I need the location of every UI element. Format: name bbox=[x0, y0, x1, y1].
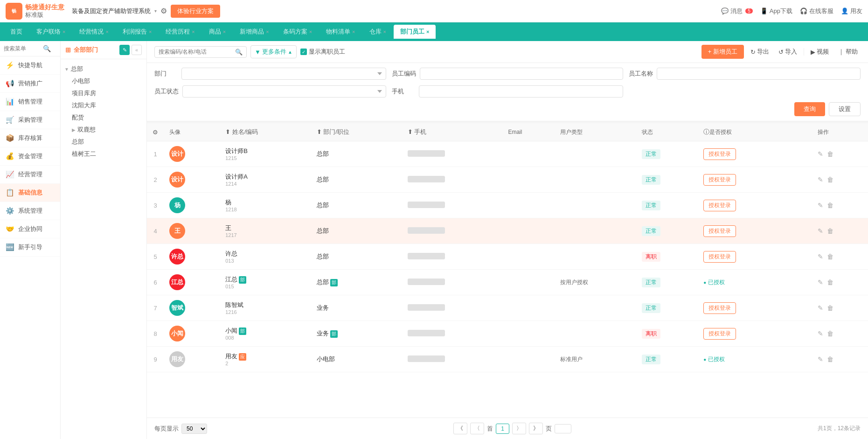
sidebar-item-collab[interactable]: 🤝企业协同 bbox=[0, 220, 60, 238]
dept-all-label[interactable]: ⊞ 全部部门 bbox=[65, 46, 98, 54]
dept-item-zongbu[interactable]: 总部 bbox=[64, 136, 143, 148]
show-resign-toggle[interactable]: ✓ 显示离职员工 bbox=[300, 48, 345, 56]
close-icon[interactable]: × bbox=[383, 29, 386, 35]
edit-icon[interactable]: ✎ bbox=[818, 355, 823, 363]
sidebar-item-quick-nav[interactable]: ⚡快捷导航 bbox=[0, 56, 60, 75]
filter-phone-input[interactable] bbox=[419, 85, 624, 98]
tab-goods[interactable]: 商品× bbox=[202, 25, 232, 39]
tab-profit[interactable]: 利润报告× bbox=[116, 25, 158, 39]
edit-icon[interactable]: ✎ bbox=[818, 330, 823, 337]
per-page-select[interactable]: 50 100 200 bbox=[181, 424, 207, 434]
edit-icon[interactable]: ✎ bbox=[818, 150, 823, 158]
dept-edit-btn[interactable]: ✎ bbox=[119, 45, 130, 55]
auth-login-button[interactable]: 授权登录 bbox=[703, 225, 736, 237]
tab-history[interactable]: 经营历程× bbox=[159, 25, 201, 39]
dept-item-shenyang[interactable]: 沈阳大库 bbox=[64, 99, 143, 111]
sidebar-item-system[interactable]: ⚙️系统管理 bbox=[0, 202, 60, 220]
auth-login-button[interactable]: 授权登录 bbox=[703, 251, 736, 263]
close-icon[interactable]: × bbox=[309, 29, 312, 35]
app-download-button[interactable]: 📱 App下载 bbox=[760, 7, 792, 15]
set-button[interactable]: 设置 bbox=[829, 102, 861, 116]
prev-page-button[interactable]: 〈 bbox=[470, 423, 484, 434]
dept-item-shuanglu[interactable]: ▶ 双鹿想 bbox=[64, 124, 143, 136]
sys-dropdown-arrow[interactable]: ▾ bbox=[154, 8, 157, 14]
sidebar-item-guide[interactable]: 🆕新手引导 bbox=[0, 238, 60, 257]
close-icon[interactable]: × bbox=[352, 29, 355, 35]
edit-icon[interactable]: ✎ bbox=[818, 304, 823, 312]
tab-employees[interactable]: 部门员工× bbox=[394, 25, 436, 39]
delete-icon[interactable]: 🗑 bbox=[827, 304, 833, 312]
auth-login-button[interactable]: 授权登录 bbox=[703, 174, 736, 186]
delete-icon[interactable]: 🗑 bbox=[827, 355, 833, 363]
last-page-button[interactable]: 》 bbox=[529, 423, 543, 434]
message-button[interactable]: 💬 消息 5 bbox=[721, 7, 753, 15]
edit-icon[interactable]: ✎ bbox=[818, 202, 823, 209]
dept-collapse-btn[interactable]: « bbox=[132, 45, 142, 55]
col-name-code[interactable]: ⬆ 姓名/编码 bbox=[220, 123, 311, 141]
dept-item-peihuo[interactable]: 配货 bbox=[64, 111, 143, 124]
delete-icon[interactable]: 🗑 bbox=[827, 150, 833, 158]
user-avatar[interactable]: 👤 用友 bbox=[841, 7, 862, 15]
tab-warehouse[interactable]: 仓库× bbox=[363, 25, 393, 39]
delete-icon[interactable]: 🗑 bbox=[827, 176, 833, 183]
gear-icon[interactable]: ⚙ bbox=[160, 7, 167, 15]
col-settings[interactable]: ⚙ bbox=[147, 123, 164, 141]
tab-bom[interactable]: 物料清单× bbox=[319, 25, 361, 39]
filter-emp-status-select[interactable] bbox=[182, 85, 386, 98]
filter-emp-code-input[interactable] bbox=[420, 68, 624, 80]
dept-item-root[interactable]: ▼ 总部 bbox=[64, 63, 143, 75]
tab-home[interactable]: 首页 bbox=[4, 25, 29, 39]
filter-emp-name-input[interactable] bbox=[657, 68, 861, 80]
delete-icon[interactable]: 🗑 bbox=[827, 227, 833, 235]
auth-login-button[interactable]: 授权登录 bbox=[703, 200, 736, 211]
sidebar-item-purchase[interactable]: 🛒采购管理 bbox=[0, 111, 60, 129]
more-filter-button[interactable]: ▼ 更多条件 ▲ bbox=[250, 45, 297, 58]
tab-customer[interactable]: 客户联络× bbox=[30, 25, 72, 39]
close-icon[interactable]: × bbox=[192, 29, 194, 35]
delete-icon[interactable]: 🗑 bbox=[827, 330, 833, 337]
sidebar-item-marketing[interactable]: 📢营销推广 bbox=[0, 75, 60, 93]
add-employee-button[interactable]: + 新增员工 bbox=[701, 45, 744, 59]
delete-icon[interactable]: 🗑 bbox=[827, 279, 833, 286]
edit-icon[interactable]: ✎ bbox=[818, 253, 823, 260]
delete-icon[interactable]: 🗑 bbox=[827, 202, 833, 209]
edit-icon[interactable]: ✎ bbox=[818, 279, 823, 286]
help-button[interactable]: ｜ 帮助 bbox=[835, 46, 861, 58]
sidebar-item-sales[interactable]: 📊销售管理 bbox=[0, 93, 60, 111]
auth-login-button[interactable]: 授权登录 bbox=[703, 302, 736, 314]
auth-login-button[interactable]: 授权登录 bbox=[703, 148, 736, 160]
delete-icon[interactable]: 🗑 bbox=[827, 253, 833, 260]
query-button[interactable]: 查询 bbox=[794, 102, 825, 116]
page-input[interactable] bbox=[555, 424, 571, 433]
online-service-button[interactable]: 🎧 在线客服 bbox=[800, 7, 833, 15]
dept-item-zhishu[interactable]: 植树王二 bbox=[64, 148, 143, 160]
edit-icon[interactable]: ✎ bbox=[818, 227, 823, 235]
dept-item-projroom[interactable]: 项目库房 bbox=[64, 87, 143, 99]
sidebar-item-inventory[interactable]: 📦库存核算 bbox=[0, 129, 60, 147]
col-phone[interactable]: ⬆ 手机 bbox=[402, 123, 503, 141]
edit-icon[interactable]: ✎ bbox=[818, 176, 823, 183]
col-dept-pos[interactable]: ⬆ 部门/职位 bbox=[311, 123, 402, 141]
sidebar-item-operation-mgmt[interactable]: 📈经营管理 bbox=[0, 166, 60, 184]
close-icon[interactable]: × bbox=[62, 29, 65, 35]
sidebar-search-box[interactable]: 🔍 bbox=[0, 41, 60, 56]
close-icon[interactable]: × bbox=[105, 29, 108, 35]
tab-add-goods[interactable]: 新增商品× bbox=[233, 25, 275, 39]
auth-login-button[interactable]: 授权登录 bbox=[703, 328, 736, 340]
sidebar-search-input[interactable] bbox=[4, 45, 41, 52]
tab-operation[interactable]: 经营情况× bbox=[73, 25, 115, 39]
export-button[interactable]: ↻ 导出 bbox=[748, 46, 772, 58]
sidebar-item-basic-info[interactable]: 📋基础信息 bbox=[0, 184, 60, 202]
first-page-button[interactable]: 《 bbox=[453, 423, 467, 434]
close-icon[interactable]: × bbox=[266, 29, 269, 35]
dept-item-xiaodibu[interactable]: 小电部 bbox=[64, 75, 143, 87]
import-button[interactable]: ↺ 导入 bbox=[776, 46, 800, 58]
search-box[interactable]: 🔍 bbox=[154, 46, 247, 58]
filter-dept-select[interactable] bbox=[181, 68, 386, 80]
trial-button[interactable]: 体验行业方案 bbox=[171, 5, 220, 18]
close-icon[interactable]: × bbox=[223, 29, 226, 35]
next-page-button[interactable]: 〉 bbox=[512, 423, 526, 434]
tab-barcode[interactable]: 条码方案× bbox=[277, 25, 319, 39]
search-input[interactable] bbox=[159, 49, 233, 55]
close-icon[interactable]: × bbox=[149, 29, 152, 35]
